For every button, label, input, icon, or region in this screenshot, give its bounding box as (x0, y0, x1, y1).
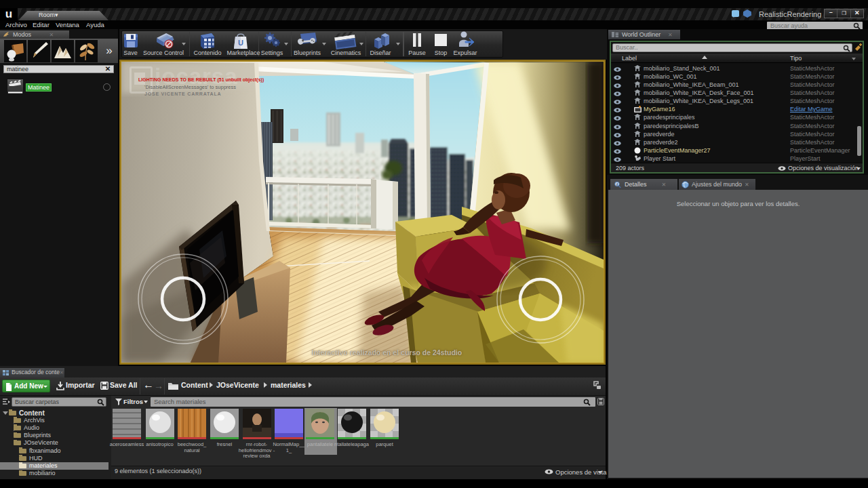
svg-text:U: U (238, 39, 243, 47)
